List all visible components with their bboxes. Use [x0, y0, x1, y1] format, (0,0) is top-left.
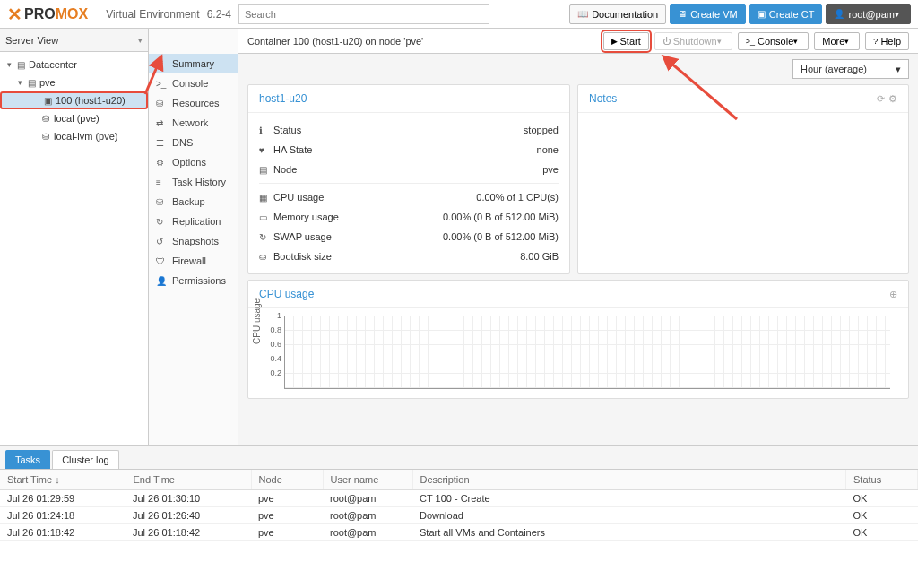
search-input[interactable]	[238, 4, 489, 24]
nav-icon: 👤	[156, 276, 169, 286]
container-subnav: ≣Summary>_Console⛁Resources⇄Network☰DNS⚙…	[149, 29, 238, 445]
user-menu-button[interactable]: 👤root@pam ▾	[826, 4, 911, 24]
subnav-label: Options	[172, 157, 206, 168]
log-cell: root@pam	[323, 506, 412, 523]
node-icon: ▤	[14, 60, 27, 70]
row-icon: ↻	[259, 232, 273, 242]
tree-item[interactable]: ⛁local-lvm (pve)	[0, 127, 148, 145]
create-ct-button[interactable]: ▣Create CT	[749, 4, 823, 24]
subnav-item[interactable]: 👤Permissions	[149, 271, 238, 290]
nav-icon: ⚙	[156, 158, 169, 168]
main-area: Server View ▾ ▾▤Datacenter▾▤pve▣100 (hos…	[0, 29, 918, 445]
subnav-label: Replication	[172, 216, 221, 227]
subnav-item[interactable]: ≡Task History	[149, 172, 238, 192]
node-icon: ▤	[25, 78, 38, 88]
subnav-item[interactable]: 🛡Firewall	[149, 251, 238, 271]
task-log-table: Start Time ↓End TimeNodeUser nameDescrip…	[0, 470, 918, 541]
power-icon: ⏻	[663, 37, 671, 46]
nav-icon: ≡	[156, 177, 169, 187]
log-column-header[interactable]: End Time	[126, 470, 251, 489]
console-button[interactable]: >_Console ▾	[738, 32, 810, 50]
info-value: stopped	[524, 125, 559, 135]
help-button[interactable]: ?Help	[865, 32, 909, 50]
subnav-item[interactable]: ⇄Network	[149, 113, 238, 133]
create-vm-button[interactable]: 🖥Create VM	[670, 4, 746, 24]
log-column-header[interactable]: Description	[412, 470, 846, 489]
subnav-item[interactable]: ⚙Options	[149, 152, 238, 172]
notes-body[interactable]	[578, 113, 908, 247]
row-icon: ⛀	[259, 252, 273, 262]
log-column-header[interactable]: Status	[846, 470, 918, 489]
subnav-item[interactable]: ☰DNS	[149, 133, 238, 152]
info-key: SWAP usage	[273, 231, 443, 242]
ytick-label: 1	[264, 311, 281, 320]
tree-item[interactable]: ▾▤Datacenter	[0, 56, 148, 74]
documentation-button[interactable]: 📖Documentation	[569, 4, 666, 24]
subnav-label: Permissions	[172, 275, 226, 286]
subnav-label: Resources	[172, 98, 220, 108]
subnav-item[interactable]: ⛁Backup	[149, 192, 238, 212]
brand-part1: PRO	[24, 6, 56, 22]
log-row[interactable]: Jul 26 01:24:18Jul 26 01:26:40pveroot@pa…	[0, 506, 918, 523]
tree-item[interactable]: ⛁local (pve)	[0, 109, 148, 127]
log-column-header[interactable]: User name	[323, 470, 412, 489]
nav-icon: >_	[156, 79, 169, 89]
more-button[interactable]: More ▾	[814, 32, 860, 50]
nav-icon: ⛁	[156, 99, 169, 108]
info-row: ↻SWAP usage0.00% (0 B of 512.00 MiB)	[259, 227, 559, 246]
start-button[interactable]: ▶Start	[603, 32, 649, 50]
subnav-item[interactable]: >_Console	[149, 74, 238, 93]
log-cell: Jul 26 01:18:42	[0, 523, 126, 540]
subnav-item[interactable]: ⛁Resources	[149, 93, 238, 113]
summary-panel: host1-u20 ℹStatusstopped♥HA Statenone▤No…	[247, 84, 570, 274]
subnav-label: Console	[172, 78, 208, 89]
log-column-header[interactable]: Start Time ↓	[0, 470, 126, 489]
info-key: Bootdisk size	[273, 251, 520, 262]
tree-view-selector[interactable]: Server View ▾	[0, 29, 148, 52]
resource-tree-panel: Server View ▾ ▾▤Datacenter▾▤pve▣100 (hos…	[0, 29, 149, 445]
info-row: ▤Nodepve	[259, 160, 559, 179]
page-title: Container 100 (host1-u20) on node 'pve'	[247, 36, 423, 47]
tree-item-label: pve	[39, 77, 56, 88]
info-value: pve	[542, 164, 559, 175]
subnav-item[interactable]: ↻Replication	[149, 212, 238, 231]
tree-item-label: local-lvm (pve)	[54, 131, 118, 142]
node-icon: ▣	[41, 96, 54, 106]
info-value: 8.00 GiB	[520, 251, 559, 262]
info-row: ⛀Bootdisk size8.00 GiB	[259, 246, 559, 266]
log-cell: OK	[846, 523, 918, 540]
subnav-label: DNS	[172, 137, 193, 148]
log-cell: OK	[846, 489, 918, 506]
book-icon: 📖	[577, 9, 588, 19]
terminal-icon: >_	[746, 37, 755, 46]
ytick-label: 0.2	[264, 368, 281, 377]
subnav-item[interactable]: ≣Summary	[149, 54, 238, 74]
log-row[interactable]: Jul 26 01:18:42Jul 26 01:18:42pveroot@pa…	[0, 523, 918, 540]
chevron-down-icon: ▾	[844, 37, 849, 46]
app-header: ✕ PRO MOX Virtual Environment 6.2-4 📖Doc…	[0, 0, 918, 29]
shutdown-button[interactable]: ⏻Shutdown ▾	[654, 32, 732, 50]
gear-icon[interactable]: ⚙	[888, 93, 897, 105]
summary-title: host1-u20	[259, 92, 307, 105]
content-toolbar: Container 100 (host1-u20) on node 'pve' …	[238, 29, 918, 54]
tree-item[interactable]: ▣100 (host1-u20)	[0, 91, 148, 109]
info-row: ℹStatusstopped	[259, 120, 559, 140]
log-row[interactable]: Jul 26 01:29:59Jul 26 01:30:10pveroot@pa…	[0, 489, 918, 506]
info-value: none	[537, 144, 559, 155]
time-range-select[interactable]: Hour (average) ▾	[792, 59, 909, 79]
expand-icon[interactable]: ⊕	[889, 289, 897, 300]
log-cell: pve	[251, 523, 323, 540]
log-tab[interactable]: Tasks	[5, 450, 50, 469]
ytick-label: 0.4	[264, 354, 281, 363]
subnav-item[interactable]: ↺Snapshots	[149, 231, 238, 251]
log-column-header[interactable]: Node	[251, 470, 323, 489]
log-cell: pve	[251, 489, 323, 506]
log-cell: root@pam	[323, 523, 412, 540]
refresh-icon[interactable]: ⟳	[877, 93, 885, 105]
log-tab[interactable]: Cluster log	[52, 450, 119, 469]
log-cell: Jul 26 01:30:10	[126, 489, 251, 506]
notes-title: Notes	[589, 92, 617, 105]
tree-item[interactable]: ▾▤pve	[0, 74, 148, 91]
chevron-down-icon: ▾	[895, 9, 899, 19]
info-row: ▦CPU usage0.00% of 1 CPU(s)	[259, 187, 559, 207]
